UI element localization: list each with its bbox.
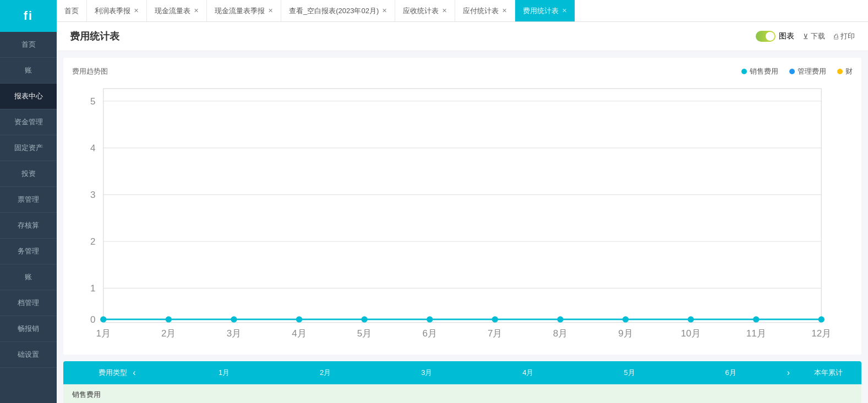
legend-label-finance: 财 [845, 67, 853, 76]
tab-blank-report[interactable]: 查看_空白报表(2023年02月) ✕ [281, 0, 395, 22]
svg-text:1: 1 [90, 283, 95, 294]
th-month-5: 5月 [578, 361, 680, 384]
tabs-bar: 首页 利润表季报 ✕ 现金流量表 ✕ 现金流量表季报 ✕ 查看_空白报表(202… [57, 0, 868, 22]
tab-receivable[interactable]: 应收统计表 ✕ [395, 0, 455, 22]
tab-payable[interactable]: 应付统计表 ✕ [455, 0, 515, 22]
svg-point-24 [818, 316, 825, 322]
page-title: 费用统计表 [70, 30, 119, 43]
legend-label-mgmt: 管理费用 [798, 67, 826, 76]
svg-point-13 [100, 316, 106, 322]
sidebar-item-ledger[interactable]: 账 [0, 264, 57, 290]
legend-dot-finance [837, 69, 843, 74]
td-total [795, 389, 861, 400]
svg-point-17 [361, 316, 367, 322]
close-icon[interactable]: ✕ [382, 7, 387, 14]
legend-dot-sales [741, 69, 747, 74]
svg-text:3: 3 [90, 190, 95, 200]
td-type: 销售费用 [63, 384, 173, 403]
svg-text:11月: 11月 [746, 328, 766, 339]
td-month-1 [173, 389, 277, 400]
tab-cashflow-quarterly[interactable]: 现金流量表季报 ✕ [207, 0, 281, 22]
tab-profit[interactable]: 利润表季报 ✕ [87, 0, 147, 22]
legend-sales-expense: 销售费用 [741, 67, 778, 76]
legend-label-sales: 销售费用 [750, 67, 778, 76]
sidebar-item-report-center[interactable]: 报表中心 [0, 84, 57, 109]
svg-text:5月: 5月 [357, 328, 372, 339]
svg-text:10月: 10月 [681, 328, 701, 339]
svg-text:9月: 9月 [618, 328, 632, 339]
sidebar-item-account[interactable]: 账 [0, 58, 57, 84]
sidebar-logo: fi [0, 0, 57, 32]
legend-mgmt-expense: 管理费用 [789, 67, 826, 76]
chart-legend: 销售费用 管理费用 财 [741, 67, 853, 76]
chart-section: 费用趋势图 销售费用 管理费用 财 [63, 58, 861, 355]
sidebar-item-inventory[interactable]: 存核算 [0, 213, 57, 239]
svg-point-22 [687, 316, 694, 322]
svg-point-23 [753, 316, 759, 322]
sidebar-item-service-mgmt[interactable]: 务管理 [0, 239, 57, 264]
table-header: 费用类型 ‹ 1月 2月 3月 4月 5月 6月 › 本年累计 [63, 361, 861, 384]
chart-toggle-wrap: 图表 [756, 31, 794, 42]
next-month-arrow[interactable]: › [782, 368, 795, 378]
print-icon: ⎙ [834, 32, 838, 41]
svg-text:2: 2 [90, 236, 95, 247]
svg-text:4: 4 [90, 143, 95, 153]
chart-toggle[interactable] [756, 31, 776, 42]
sidebar-item-fund-mgmt[interactable]: 资金管理 [0, 109, 57, 135]
sidebar: fi 首页 账 报表中心 资金管理 固定资产 投资 票管理 存核算 务管理 账 … [0, 0, 57, 403]
svg-text:12月: 12月 [811, 328, 831, 339]
svg-rect-12 [103, 89, 822, 322]
page-header: 费用统计表 图表 ⊻ 下载 ⎙ 打印 [57, 22, 868, 51]
svg-text:2月: 2月 [161, 328, 176, 339]
close-icon[interactable]: ✕ [268, 7, 273, 14]
svg-point-19 [492, 316, 498, 322]
print-button[interactable]: ⎙ 打印 [834, 31, 855, 41]
sidebar-item-investment[interactable]: 投资 [0, 161, 57, 187]
close-icon[interactable]: ✕ [502, 7, 507, 14]
th-month-4: 4月 [477, 361, 578, 384]
chart-container: 5 4 3 2 1 0 [72, 81, 853, 346]
svg-text:6月: 6月 [422, 328, 436, 339]
svg-text:3月: 3月 [227, 328, 241, 339]
tab-expense-stats[interactable]: 费用统计表 ✕ [515, 0, 575, 22]
close-icon[interactable]: ✕ [442, 7, 447, 14]
td-month-4 [484, 389, 588, 400]
svg-point-18 [427, 316, 433, 322]
td-month-6 [692, 389, 795, 400]
th-month-6: 6月 [680, 361, 782, 384]
td-month-5 [588, 389, 691, 400]
download-icon: ⊻ [803, 32, 809, 41]
sidebar-item-home[interactable]: 首页 [0, 32, 57, 58]
th-month-3: 3月 [376, 361, 477, 384]
svg-point-21 [623, 316, 629, 322]
chart-title: 费用趋势图 [72, 67, 108, 76]
sidebar-item-file-mgmt[interactable]: 档管理 [0, 290, 57, 316]
svg-point-15 [231, 316, 237, 322]
th-month-2: 2月 [275, 361, 376, 384]
sidebar-item-fixed-assets[interactable]: 固定资产 [0, 135, 57, 161]
main-area: 首页 利润表季报 ✕ 现金流量表 ✕ 现金流量表季报 ✕ 查看_空白报表(202… [57, 0, 868, 403]
print-label: 打印 [840, 31, 855, 41]
svg-point-14 [166, 316, 172, 322]
th-total: 本年累计 [795, 361, 861, 384]
svg-text:8月: 8月 [553, 328, 567, 339]
line-chart: 5 4 3 2 1 0 [72, 81, 853, 346]
close-icon[interactable]: ✕ [134, 7, 139, 14]
download-button[interactable]: ⊻ 下载 [803, 31, 825, 41]
svg-point-16 [296, 316, 302, 322]
legend-finance-expense: 财 [837, 67, 853, 76]
svg-point-20 [557, 316, 563, 322]
svg-text:0: 0 [90, 314, 95, 325]
sidebar-item-settings[interactable]: 础设置 [0, 342, 57, 368]
svg-text:4月: 4月 [292, 328, 306, 339]
td-month-3 [381, 389, 484, 400]
close-icon[interactable]: ✕ [194, 7, 199, 14]
close-icon[interactable]: ✕ [562, 7, 567, 14]
legend-dot-mgmt [789, 69, 795, 74]
sidebar-item-expense[interactable]: 畅报销 [0, 316, 57, 342]
content-area: 费用统计表 图表 ⊻ 下载 ⎙ 打印 费用趋势图 [57, 22, 868, 403]
tab-home[interactable]: 首页 [57, 0, 87, 22]
prev-month-arrow[interactable]: ‹ [130, 368, 138, 378]
sidebar-item-invoice-mgmt[interactable]: 票管理 [0, 187, 57, 213]
tab-cashflow[interactable]: 现金流量表 ✕ [147, 0, 207, 22]
